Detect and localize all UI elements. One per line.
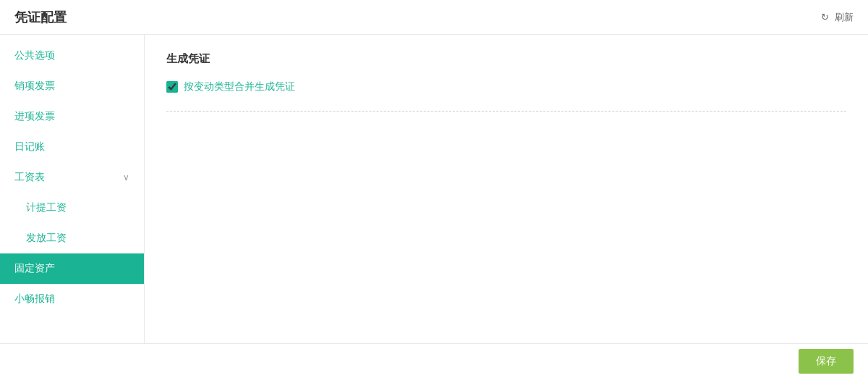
section-divider: [166, 111, 846, 112]
sidebar-label-sales-invoice: 销项发票: [14, 80, 55, 93]
main-container: 公共选项销项发票进项发票日记账工资表∨计提工资发放工资固定资产小畅报销 生成凭证…: [0, 35, 868, 343]
sidebar: 公共选项销项发票进项发票日记账工资表∨计提工资发放工资固定资产小畅报销: [0, 35, 145, 343]
sidebar-item-calc-salary[interactable]: 计提工资: [0, 193, 144, 223]
save-button[interactable]: 保存: [799, 349, 854, 374]
sidebar-item-purchase-invoice[interactable]: 进项发票: [0, 101, 144, 132]
sidebar-label-public-options: 公共选项: [14, 49, 55, 62]
refresh-button[interactable]: ↻ 刷新: [821, 11, 854, 24]
merge-checkbox-label[interactable]: 按变动类型合并生成凭证: [184, 80, 295, 93]
merge-checkbox[interactable]: [166, 81, 178, 93]
sidebar-label-pay-salary: 发放工资: [26, 232, 67, 245]
page-header: 凭证配置 ↻ 刷新: [0, 0, 868, 35]
refresh-label: 刷新: [835, 11, 854, 24]
page-title: 凭证配置: [14, 9, 67, 26]
sidebar-item-sales-invoice[interactable]: 销项发票: [0, 71, 144, 101]
chevron-down-icon: ∨: [123, 172, 129, 182]
sidebar-label-calc-salary: 计提工资: [26, 201, 67, 214]
sidebar-item-expense-report[interactable]: 小畅报销: [0, 284, 144, 314]
page-footer: 保存: [0, 343, 868, 378]
sidebar-item-journal[interactable]: 日记账: [0, 132, 144, 162]
section-title: 生成凭证: [166, 52, 846, 66]
sidebar-item-pay-salary[interactable]: 发放工资: [0, 223, 144, 253]
sidebar-label-purchase-invoice: 进项发票: [14, 110, 55, 123]
sidebar-label-payroll-table: 工资表: [14, 171, 45, 184]
sidebar-item-payroll-table[interactable]: 工资表∨: [0, 162, 144, 193]
refresh-icon: ↻: [821, 12, 829, 22]
sidebar-label-fixed-assets: 固定资产: [14, 262, 55, 275]
content-area: 生成凭证 按变动类型合并生成凭证: [145, 35, 868, 343]
sidebar-item-public-options[interactable]: 公共选项: [0, 41, 144, 71]
sidebar-label-journal: 日记账: [14, 140, 45, 154]
sidebar-label-expense-report: 小畅报销: [14, 293, 55, 306]
sidebar-item-fixed-assets[interactable]: 固定资产: [0, 253, 144, 284]
checkbox-row: 按变动类型合并生成凭证: [166, 80, 846, 93]
